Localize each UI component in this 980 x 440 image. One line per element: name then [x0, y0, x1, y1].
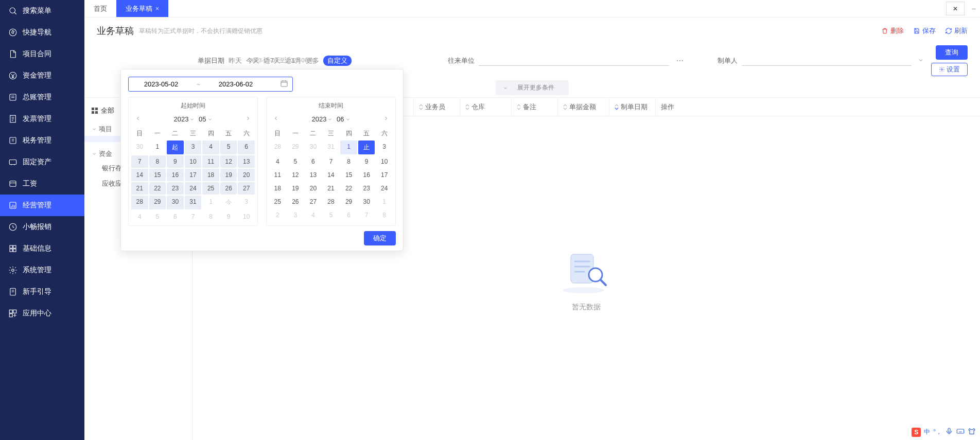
day-cell[interactable]: 20 — [238, 169, 255, 181]
day-cell[interactable]: 2 — [269, 209, 286, 221]
date-quick-yesterday[interactable]: 昨天 — [229, 56, 242, 65]
maker-input[interactable] — [742, 56, 912, 66]
day-cell[interactable]: 14 — [323, 169, 340, 181]
date-start-input[interactable] — [133, 80, 189, 88]
day-cell[interactable]: 26 — [287, 196, 304, 208]
day-cell[interactable]: 8 — [149, 155, 166, 168]
next-month-button[interactable] — [382, 114, 390, 124]
day-cell[interactable]: 28 — [131, 196, 148, 209]
day-cell[interactable]: 25 — [202, 182, 219, 195]
close-icon[interactable]: × — [155, 5, 159, 12]
day-cell[interactable]: 10 — [185, 155, 202, 168]
sidebar-item-0[interactable]: 搜索菜单 — [0, 0, 84, 22]
day-cell[interactable]: 15 — [340, 169, 357, 181]
date-end-input[interactable] — [207, 80, 264, 88]
day-cell[interactable]: 6 — [340, 209, 357, 221]
sidebar-item-8[interactable]: 工资 — [0, 173, 84, 195]
day-cell[interactable]: 5 — [323, 209, 340, 221]
col-amount[interactable]: 单据金额 — [558, 98, 609, 116]
day-cell[interactable]: 1 — [340, 140, 357, 154]
day-cell[interactable]: 14 — [131, 169, 148, 181]
day-cell[interactable]: 28 — [323, 196, 340, 208]
prev-month-button[interactable] — [134, 114, 142, 124]
day-cell[interactable]: 8 — [202, 210, 219, 223]
day-cell[interactable]: 18 — [269, 182, 286, 195]
day-cell[interactable]: 4 — [305, 209, 322, 221]
day-cell[interactable]: 24 — [185, 182, 202, 195]
day-cell[interactable]: 4 — [131, 210, 148, 223]
day-cell[interactable]: 29 — [149, 196, 166, 209]
day-cell[interactable]: 30 — [131, 140, 148, 154]
day-cell[interactable]: 10 — [238, 210, 255, 223]
day-cell[interactable]: 11 — [269, 169, 286, 181]
ime-logo-icon[interactable]: S — [912, 428, 921, 437]
day-cell[interactable]: 23 — [167, 182, 184, 195]
next-month-button[interactable] — [244, 114, 252, 124]
day-cell[interactable]: 18 — [202, 169, 219, 181]
save-button[interactable]: 保存 — [913, 26, 936, 36]
ime-mic-icon[interactable] — [945, 427, 953, 437]
day-cell[interactable]: 5 — [149, 210, 166, 223]
day-cell[interactable]: 3 — [287, 209, 304, 221]
settings-button[interactable]: 设置 — [931, 63, 968, 76]
day-cell[interactable]: 3 — [376, 140, 393, 154]
day-cell[interactable]: 30 — [358, 196, 375, 208]
day-cell[interactable]: 22 — [149, 182, 166, 195]
date-range-input[interactable]: ~ — [128, 77, 293, 92]
refresh-button[interactable]: 刷新 — [945, 26, 968, 36]
day-cell[interactable]: 9 — [220, 210, 237, 223]
day-cell[interactable]: 止 — [358, 140, 375, 154]
day-cell[interactable]: 9 — [358, 155, 375, 168]
day-cell[interactable]: 10 — [376, 155, 393, 168]
day-cell[interactable]: 21 — [131, 182, 148, 195]
tab-draft[interactable]: 业务草稿 × — [116, 0, 168, 17]
sidebar-item-2[interactable]: 项目合同 — [0, 43, 84, 65]
day-cell[interactable]: 28 — [269, 140, 286, 154]
sidebar-item-1[interactable]: 快捷导航 — [0, 22, 84, 43]
day-cell[interactable]: 4 — [202, 140, 219, 154]
day-cell[interactable]: 16 — [358, 169, 375, 181]
window-close-button[interactable]: ✕ — [946, 2, 965, 15]
day-cell[interactable]: 5 — [220, 140, 237, 154]
day-cell[interactable]: 5 — [287, 155, 304, 168]
day-cell[interactable]: 21 — [323, 182, 340, 195]
query-button[interactable]: 查询 — [936, 45, 968, 60]
day-cell[interactable]: 27 — [305, 196, 322, 208]
col-warehouse[interactable]: 仓库 — [460, 98, 512, 116]
sidebar-item-13[interactable]: 新手引导 — [0, 281, 84, 303]
sidebar-item-7[interactable]: 固定资产 — [0, 151, 84, 173]
day-cell[interactable]: 20 — [305, 182, 322, 195]
partner-input[interactable] — [479, 56, 669, 66]
day-cell[interactable]: 22 — [340, 182, 357, 195]
day-cell[interactable]: 3 — [185, 140, 202, 154]
day-cell[interactable]: 起 — [167, 140, 184, 154]
col-salesman[interactable]: 业务员 — [414, 98, 460, 116]
ime-keyboard-icon[interactable] — [956, 427, 965, 437]
day-cell[interactable]: 24 — [376, 182, 393, 195]
day-cell[interactable]: 19 — [287, 182, 304, 195]
ime-skin-icon[interactable] — [968, 427, 976, 437]
day-cell[interactable]: 13 — [305, 169, 322, 181]
day-cell[interactable]: 17 — [185, 169, 202, 181]
day-cell[interactable]: 26 — [220, 182, 237, 195]
sidebar-item-5[interactable]: 发票管理 — [0, 108, 84, 130]
day-cell[interactable]: 31 — [185, 196, 202, 209]
sidebar-item-10[interactable]: 小畅报销 — [0, 216, 84, 238]
sidebar-item-12[interactable]: 系统管理 — [0, 259, 84, 281]
tab-home[interactable]: 首页 — [84, 0, 116, 17]
delete-button[interactable]: 删除 — [881, 26, 904, 36]
col-remark[interactable]: 备注 — [512, 98, 558, 116]
day-cell[interactable]: 30 — [167, 196, 184, 209]
day-cell[interactable]: 25 — [269, 196, 286, 208]
day-cell[interactable]: 13 — [238, 155, 255, 168]
partner-lookup-icon[interactable]: ⋯ — [673, 57, 687, 65]
sidebar-item-3[interactable]: 资金管理 — [0, 65, 84, 86]
sidebar-item-14[interactable]: 应用中心 — [0, 303, 84, 324]
day-cell[interactable]: 3 — [238, 196, 255, 209]
day-cell[interactable]: 6 — [305, 155, 322, 168]
day-cell[interactable]: 6 — [238, 140, 255, 154]
date-confirm-button[interactable]: 确定 — [364, 231, 396, 245]
day-cell[interactable]: 4 — [269, 155, 286, 168]
day-cell[interactable]: 今 — [220, 196, 237, 209]
day-cell[interactable]: 7 — [131, 155, 148, 168]
